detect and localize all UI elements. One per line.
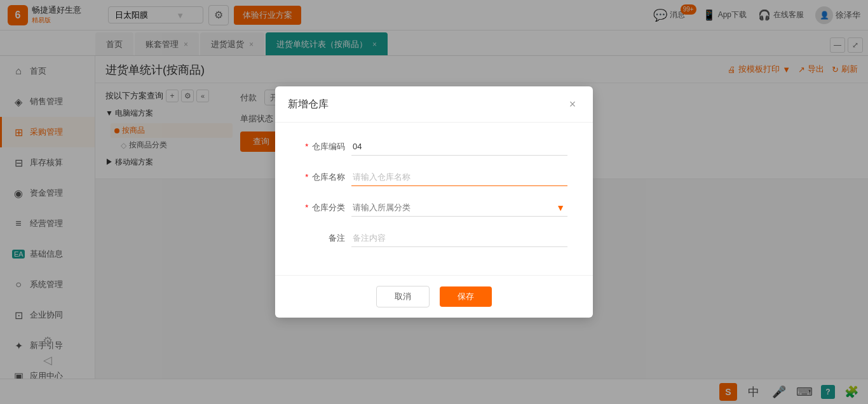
form-row-code: * 仓库编码 [301, 138, 567, 156]
required-star-name: * [305, 172, 308, 182]
modal-footer: 取消 保存 [275, 275, 593, 318]
warehouse-name-input[interactable] [351, 168, 567, 186]
category-select-row[interactable]: ▼ [351, 199, 567, 217]
modal-new-warehouse: 新增仓库 × * 仓库编码 * 仓库名称 * [275, 86, 593, 318]
form-row-name: * 仓库名称 [301, 168, 567, 186]
save-button[interactable]: 保存 [440, 286, 492, 307]
modal-body: * 仓库编码 * 仓库名称 * 仓库分类 ▼ [275, 123, 593, 275]
modal-close-button[interactable]: × [565, 97, 580, 112]
cancel-button[interactable]: 取消 [376, 286, 430, 307]
form-row-note: 备注 [301, 229, 567, 247]
form-row-category: * 仓库分类 ▼ [301, 199, 567, 217]
required-star-code: * [305, 142, 308, 151]
note-input[interactable] [351, 229, 567, 247]
modal-header: 新增仓库 × [275, 86, 593, 123]
modal-title: 新增仓库 [288, 98, 329, 111]
warehouse-code-input[interactable] [351, 138, 567, 156]
required-star-category: * [305, 203, 308, 212]
category-label: * 仓库分类 [301, 202, 351, 213]
modal-overlay[interactable]: 新增仓库 × * 仓库编码 * 仓库名称 * [0, 0, 868, 404]
category-chevron: ▼ [556, 203, 565, 213]
code-label: * 仓库编码 [301, 141, 351, 152]
note-label: 备注 [301, 232, 351, 244]
category-input[interactable] [351, 199, 567, 217]
name-label: * 仓库名称 [301, 172, 351, 183]
